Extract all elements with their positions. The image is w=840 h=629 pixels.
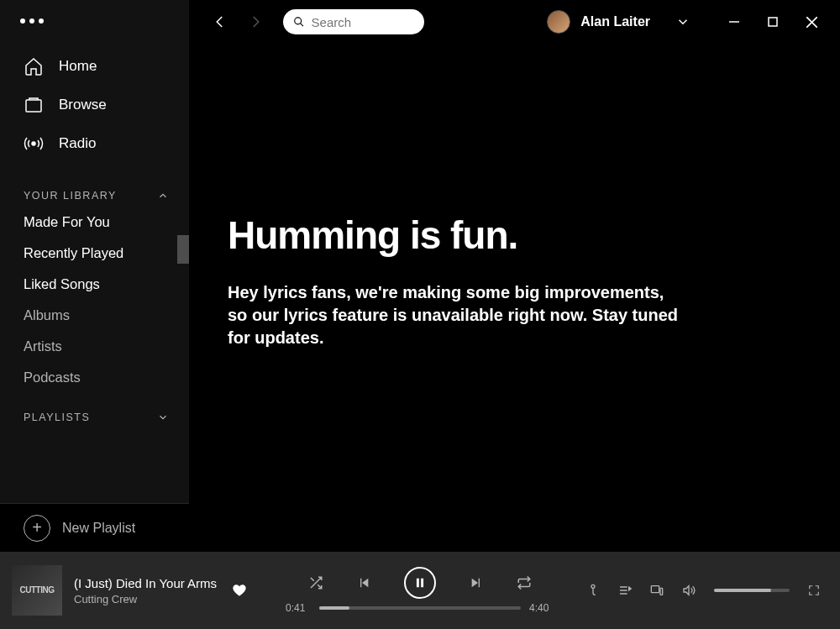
- chevron-down-icon[interactable]: [157, 411, 169, 423]
- svg-rect-10: [651, 586, 659, 593]
- nav-home[interactable]: Home: [0, 47, 189, 86]
- shuffle-button[interactable]: [308, 575, 323, 590]
- home-icon: [24, 56, 44, 76]
- svg-rect-8: [421, 579, 423, 588]
- track-artist[interactable]: Cutting Crew: [74, 593, 217, 605]
- previous-button[interactable]: [357, 576, 370, 590]
- nav-radio-label: Radio: [59, 135, 96, 152]
- like-button[interactable]: [232, 583, 247, 598]
- album-art[interactable]: CUTTING: [12, 565, 62, 616]
- library-item-recently-played[interactable]: Recently Played: [0, 238, 189, 269]
- content-heading: Humming is fun.: [228, 212, 801, 258]
- browse-icon: [24, 95, 44, 115]
- library-item-albums[interactable]: Albums: [0, 300, 189, 331]
- sidebar-scrollbar[interactable]: [177, 235, 189, 264]
- nav-browse-label: Browse: [59, 97, 107, 113]
- new-playlist-label: New Playlist: [62, 521, 135, 536]
- library-item-made-for-you[interactable]: Made For You: [0, 207, 189, 238]
- devices-button[interactable]: [650, 584, 664, 597]
- plus-icon: +: [24, 515, 50, 542]
- nav-home-label: Home: [59, 58, 97, 75]
- next-button[interactable]: [470, 576, 483, 590]
- time-duration: 4:40: [529, 602, 554, 614]
- content-body: Hey lyrics fans, we're making some big i…: [228, 281, 681, 349]
- repeat-button[interactable]: [517, 575, 532, 590]
- sidebar: Home Browse Radio YOUR LIBRARY Made For …: [0, 0, 189, 552]
- svg-point-9: [591, 584, 595, 588]
- svg-rect-11: [660, 588, 663, 595]
- svg-rect-0: [26, 100, 41, 112]
- svg-point-1: [32, 142, 35, 145]
- svg-rect-7: [417, 579, 419, 588]
- library-item-liked-songs[interactable]: Liked Songs: [0, 269, 189, 300]
- library-item-artists[interactable]: Artists: [0, 331, 189, 362]
- volume-button[interactable]: [682, 584, 696, 597]
- playlists-header: PLAYLISTS: [0, 393, 189, 428]
- queue-button[interactable]: [618, 584, 632, 597]
- nav-browse[interactable]: Browse: [0, 86, 189, 124]
- library-header: YOUR LIBRARY: [0, 171, 189, 207]
- volume-slider[interactable]: [714, 589, 790, 592]
- lyrics-button[interactable]: [586, 584, 600, 597]
- nav-radio[interactable]: Radio: [0, 124, 189, 163]
- library-item-podcasts[interactable]: Podcasts: [0, 362, 189, 393]
- player-bar: CUTTING (I Just) Died In Your Arms Cutti…: [0, 552, 840, 629]
- main-content: Alan Laiter Humming is fun. Hey lyrics f…: [189, 0, 840, 552]
- menu-dots[interactable]: [0, 0, 189, 32]
- new-playlist-button[interactable]: + New Playlist: [0, 503, 189, 552]
- progress-bar[interactable]: [319, 606, 521, 610]
- pause-button[interactable]: [404, 567, 436, 599]
- track-title[interactable]: (I Just) Died In Your Arms: [74, 576, 217, 590]
- fullscreen-button[interactable]: [808, 584, 820, 596]
- chevron-up-icon[interactable]: [157, 190, 169, 202]
- radio-icon: [24, 134, 44, 154]
- time-elapsed: 0:41: [286, 602, 311, 614]
